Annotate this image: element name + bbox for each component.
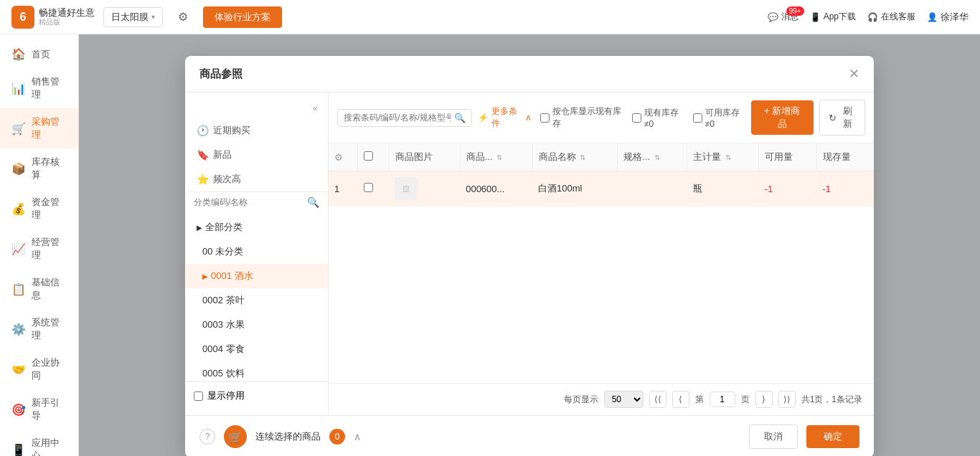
table-row[interactable]: 1 🖼 000600... 白酒100ml <box>329 171 874 206</box>
product-table-wrapper: ⚙ 商品图片 商品... ⇅ 商品名称 <box>329 143 874 383</box>
th-name[interactable]: 商品名称 ⇅ <box>532 143 618 171</box>
page-number-input[interactable] <box>710 391 735 407</box>
th-checkbox[interactable] <box>358 143 389 171</box>
category-search-row: 🔍 <box>185 191 328 212</box>
app-download-button[interactable]: 📱 App下载 <box>810 11 856 23</box>
th-code[interactable]: 商品... ⇅ <box>460 143 532 171</box>
messages-button[interactable]: 💬 消息 99+ <box>768 11 798 23</box>
th-spec[interactable]: 规格... ⇅ <box>618 143 687 171</box>
th-image: 商品图片 <box>389 143 460 171</box>
modal-close-button[interactable]: ✕ <box>849 66 859 82</box>
settings-icon[interactable]: ⚙ <box>171 6 194 29</box>
sidebar-item-system[interactable]: ⚙️ 系统管理 <box>0 309 78 349</box>
collapse-left-button[interactable]: « <box>308 101 322 115</box>
star-icon: ⭐ <box>197 174 209 185</box>
sidebar-item-sales[interactable]: 📊 销售管理 <box>0 68 78 108</box>
td-unit: 瓶 <box>687 171 759 206</box>
headset-icon: 🎧 <box>867 12 878 22</box>
inventory-icon: 📦 <box>11 162 26 176</box>
more-filter-button[interactable]: ⚡ 更多条件 ∧ <box>478 105 532 130</box>
logo-icon: 6 <box>11 6 34 29</box>
row-checkbox[interactable] <box>364 183 373 192</box>
filter-checkboxes: 按仓库显示现有库存 现有库存≠0 可用库存≠0 <box>540 105 745 130</box>
search-icon[interactable]: 🔍 <box>454 113 466 123</box>
cat-snack[interactable]: 0004 零食 <box>185 337 328 361</box>
modal-overlay: 商品参照 ✕ « 🕐 近期购买 🔖 <box>79 34 980 456</box>
quick-new-product[interactable]: 🔖 新品 <box>185 143 328 167</box>
td-checkbox[interactable] <box>358 171 389 206</box>
category-search-input[interactable] <box>194 197 307 207</box>
modal-title: 商品参照 <box>199 67 242 81</box>
product-thumbnail: 🖼 <box>395 177 418 200</box>
logo-area: 6 畅捷通好生意 精品版 <box>11 6 95 29</box>
per-page-label: 每页显示 <box>564 394 598 406</box>
online-service-button[interactable]: 🎧 在线客服 <box>867 11 915 23</box>
th-settings[interactable]: ⚙ <box>329 143 358 171</box>
check-warehouse-stock[interactable]: 按仓库显示现有库存 <box>540 105 623 130</box>
branch-dropdown[interactable]: 日太阳膜 ▾ <box>103 7 163 27</box>
cat-liquor[interactable]: ▶0001 酒水 <box>185 264 328 288</box>
cancel-button[interactable]: 取消 <box>749 424 798 449</box>
td-name: 白酒100ml <box>532 171 618 206</box>
th-name-label: 商品名称 <box>539 151 576 162</box>
cat-all[interactable]: ▶全部分类 <box>185 215 328 239</box>
cart-icon: 🛒 <box>228 430 242 444</box>
sidebar-item-enterprise[interactable]: 🤝 企业协同 <box>0 349 78 389</box>
top-navigation: 6 畅捷通好生意 精品版 日太阳膜 ▾ ⚙ 体验行业方案 💬 消息 99+ 📱 … <box>0 0 980 34</box>
help-button[interactable]: ? <box>199 429 215 445</box>
check-current-stock[interactable]: 现有库存≠0 <box>632 107 684 129</box>
prev-page-button[interactable]: ⟨ <box>672 391 689 408</box>
th-stock: 现存量 <box>816 143 874 171</box>
th-unit[interactable]: 主计量 ⇅ <box>687 143 759 171</box>
select-all-checkbox[interactable] <box>364 151 373 161</box>
refresh-button[interactable]: ↻ 刷新 <box>819 100 865 136</box>
category-list: ▶全部分类 00 未分类 ▶0001 酒水 0002 茶叶 <box>185 212 328 381</box>
next-page-button[interactable]: ⟩ <box>755 391 773 408</box>
show-disabled-checkbox[interactable] <box>194 391 203 401</box>
finance-icon: 💰 <box>11 202 26 216</box>
add-product-button[interactable]: + 新增商品 <box>751 100 814 135</box>
cat-uncategorized[interactable]: 00 未分类 <box>185 239 328 264</box>
td-code: 000600... <box>460 171 532 206</box>
sort-icon-name: ⇅ <box>580 153 585 161</box>
nav-right: 💬 消息 99+ 📱 App下载 🎧 在线客服 👤 徐泽华 <box>768 11 969 24</box>
trial-button[interactable]: 体验行业方案 <box>203 6 282 28</box>
continuous-select-label: 连续选择的商品 <box>255 430 321 443</box>
category-search-icon[interactable]: 🔍 <box>307 196 319 208</box>
sort-icon-code: ⇅ <box>496 153 502 161</box>
last-page-button[interactable]: ⟩⟩ <box>778 391 796 408</box>
home-icon: 🏠 <box>11 47 26 61</box>
cat-beverage[interactable]: 0005 饮料 <box>185 361 328 381</box>
sidebar-item-basic[interactable]: 📋 基础信息 <box>0 269 78 309</box>
selected-count-badge: 0 <box>329 429 345 445</box>
refresh-icon: ↻ <box>829 113 837 123</box>
sidebar-item-home[interactable]: 🏠 首页 <box>0 40 78 68</box>
clock-icon: 🕐 <box>197 125 209 136</box>
product-search-input[interactable] <box>344 113 451 123</box>
sidebar-item-inventory[interactable]: 📦 库存核算 <box>0 148 78 189</box>
collapse-footer-icon[interactable]: ∧ <box>354 431 361 442</box>
product-table: ⚙ 商品图片 商品... ⇅ 商品名称 <box>329 143 874 206</box>
per-page-select[interactable]: 50 10 20 100 <box>604 391 644 408</box>
cat-tea[interactable]: 0002 茶叶 <box>185 288 328 313</box>
check-available-stock[interactable]: 可用库存≠0 <box>693 107 745 129</box>
phone-icon: 📱 <box>810 12 821 22</box>
left-panel: « 🕐 近期购买 🔖 新品 ⭐ 频次高 <box>185 92 329 415</box>
cart-button[interactable]: 🛒 <box>224 425 247 448</box>
show-disabled-label: 显示停用 <box>207 389 245 402</box>
first-page-button[interactable]: ⟨⟨ <box>649 391 666 408</box>
sidebar-item-purchase[interactable]: 🛒 采购管理 <box>0 108 78 148</box>
sidebar-item-guide[interactable]: 🎯 新手引导 <box>0 389 78 429</box>
confirm-button[interactable]: 确定 <box>806 425 859 448</box>
user-menu[interactable]: 👤 徐泽华 <box>927 11 969 24</box>
logo-text: 畅捷通好生意 精品版 <box>39 7 95 27</box>
quick-recent-purchase[interactable]: 🕐 近期购买 <box>185 118 328 143</box>
product-reference-modal: 商品参照 ✕ « 🕐 近期购买 🔖 <box>185 56 874 456</box>
cat-fruit[interactable]: 0003 水果 <box>185 313 328 337</box>
business-icon: 📈 <box>11 242 26 256</box>
main-layout: 🏠 首页 📊 销售管理 🛒 采购管理 📦 库存核算 💰 资金管理 📈 经营管理 … <box>0 34 980 456</box>
sidebar-item-apps[interactable]: 📱 应用中心 <box>0 429 78 456</box>
sidebar-item-finance[interactable]: 💰 资金管理 <box>0 189 78 229</box>
sidebar-item-business[interactable]: 📈 经营管理 <box>0 229 78 269</box>
quick-frequent[interactable]: ⭐ 频次高 <box>185 167 328 191</box>
